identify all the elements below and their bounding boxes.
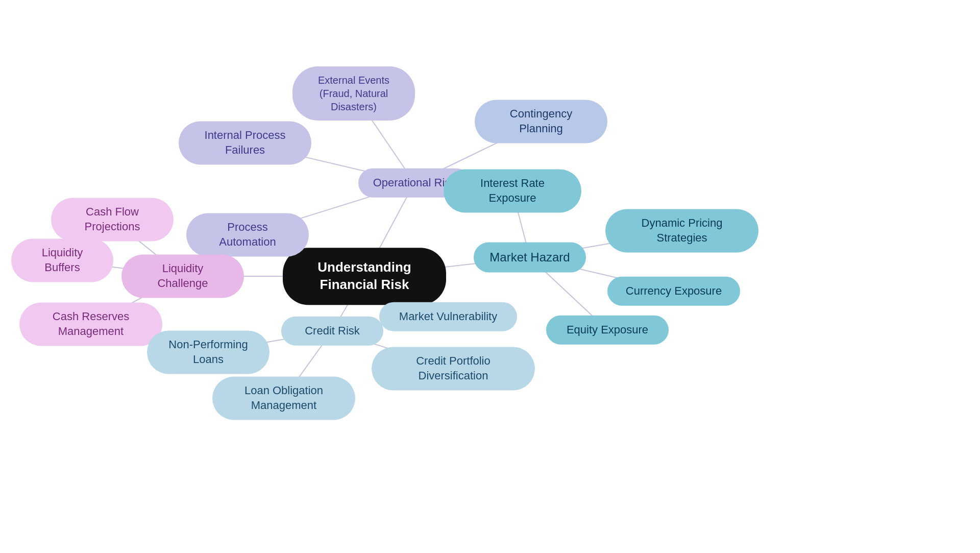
node-equity-exposure[interactable]: Equity Exposure bbox=[546, 316, 669, 345]
node-currency-exposure[interactable]: Currency Exposure bbox=[607, 277, 740, 306]
node-non-performing-loans[interactable]: Non-Performing Loans bbox=[147, 330, 270, 374]
node-liquidity-buffers[interactable]: Liquidity Buffers bbox=[11, 238, 113, 282]
node-center[interactable]: Understanding Financial Risk bbox=[283, 248, 446, 305]
node-liquidity-challenge[interactable]: Liquidity Challenge bbox=[121, 254, 244, 298]
node-cash-reserves[interactable]: Cash Reserves Management bbox=[19, 302, 162, 346]
node-interest-rate-exposure[interactable]: Interest Rate Exposure bbox=[444, 169, 581, 212]
node-loan-obligation[interactable]: Loan Obligation Management bbox=[212, 376, 355, 420]
node-credit-portfolio[interactable]: Credit Portfolio Diversification bbox=[372, 347, 535, 390]
node-internal-process[interactable]: Internal Process Failures bbox=[179, 121, 311, 164]
node-external-events[interactable]: External Events (Fraud, Natural Disaster… bbox=[292, 66, 415, 121]
node-dynamic-pricing[interactable]: Dynamic Pricing Strategies bbox=[605, 209, 758, 252]
node-cash-flow[interactable]: Cash Flow Projections bbox=[51, 198, 174, 241]
node-market-hazard[interactable]: Market Hazard bbox=[474, 242, 586, 272]
node-contingency-planning[interactable]: Contingency Planning bbox=[475, 100, 607, 143]
mind-map: Understanding Financial Risk Operational… bbox=[0, 0, 980, 553]
node-market-vulnerability[interactable]: Market Vulnerability bbox=[379, 302, 517, 331]
node-credit-risk[interactable]: Credit Risk bbox=[281, 317, 383, 346]
node-process-automation[interactable]: Process Automation bbox=[186, 213, 309, 256]
